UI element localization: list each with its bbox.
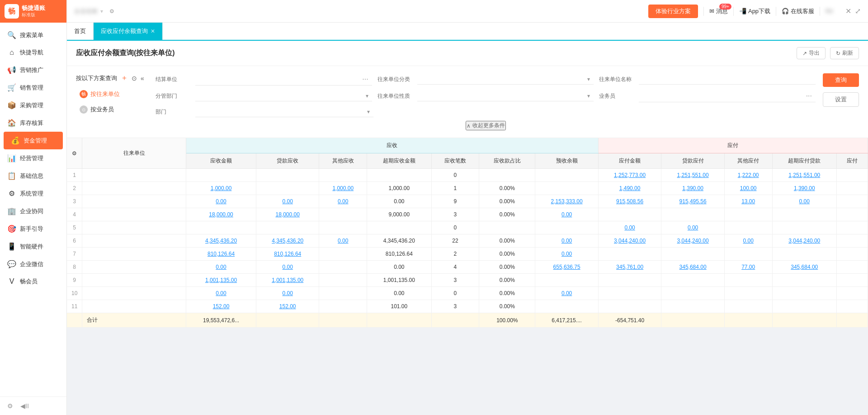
cell-link[interactable]: 0.00 bbox=[561, 238, 572, 244]
cell-link[interactable]: 4,345,436.20 bbox=[205, 238, 237, 244]
settlement-unit-dots[interactable]: ··· bbox=[362, 75, 368, 83]
filter-collapse-button[interactable]: « bbox=[141, 75, 144, 82]
cell-link[interactable]: 152.00 bbox=[279, 303, 296, 310]
cell-link[interactable]: 1,000.00 bbox=[332, 185, 354, 191]
logo-icon: 畅 bbox=[5, 4, 19, 19]
cell-link[interactable]: 1,390.00 bbox=[794, 185, 815, 191]
sidebar-item-guide[interactable]: 🎯 新手引导 bbox=[0, 220, 66, 238]
filter-settings-button[interactable]: ⊙ bbox=[132, 75, 137, 82]
cell-link[interactable]: 1,001,135.00 bbox=[272, 277, 303, 283]
refresh-button[interactable]: ↻ 刷新 bbox=[830, 47, 859, 59]
sidebar-item-wechat[interactable]: 💬 企业微信 bbox=[0, 255, 66, 273]
cell-link[interactable]: 100.00 bbox=[740, 185, 757, 191]
cell-link[interactable]: 345,761.00 bbox=[616, 264, 643, 270]
cell-link[interactable]: 1,251,551.00 bbox=[788, 172, 820, 178]
cell-link[interactable]: 0.00 bbox=[561, 211, 572, 218]
online-service-button[interactable]: 🎧 在线客服 bbox=[782, 7, 814, 15]
cell-link[interactable]: 1,390.00 bbox=[682, 185, 703, 191]
cell-link[interactable]: 0.00 bbox=[338, 198, 348, 205]
salesman-dots[interactable]: ··· bbox=[806, 92, 812, 100]
salesman-input[interactable]: ··· bbox=[639, 90, 816, 102]
cell-link[interactable]: 1,001,135.00 bbox=[205, 277, 237, 283]
cell-link[interactable]: 0.00 bbox=[743, 238, 754, 244]
cell-link[interactable]: 13.00 bbox=[741, 198, 755, 205]
cell-link[interactable]: 0.00 bbox=[283, 264, 293, 270]
sidebar-item-search[interactable]: 🔍 搜索菜单 bbox=[0, 26, 66, 44]
table-wrapper[interactable]: ⚙ 往来单位 应收 应付 应收金额 贷款应收 其他应收 超期应收金额 应收笔数 … bbox=[67, 138, 868, 328]
dept-manager-select[interactable]: ▾ bbox=[195, 91, 372, 101]
sidebar-item-finance[interactable]: 💰 资金管理 bbox=[4, 132, 63, 149]
dept-select[interactable]: ▾ bbox=[195, 107, 373, 117]
sidebar-item-sales[interactable]: 🛒 销售管理 bbox=[0, 79, 66, 96]
cell-link[interactable]: 77.00 bbox=[741, 264, 755, 270]
cell-link[interactable]: 3,044,240.00 bbox=[677, 238, 709, 244]
sidebar-item-basic[interactable]: 📋 基础信息 bbox=[0, 167, 66, 185]
cell-link[interactable]: 0.00 bbox=[216, 290, 226, 296]
tab-home[interactable]: 首页 bbox=[67, 23, 94, 40]
sidebar-item-member[interactable]: V 畅会员 bbox=[0, 273, 66, 290]
sidebar-item-corp[interactable]: 🏢 企业协同 bbox=[0, 202, 66, 220]
cell-link[interactable]: 0.00 bbox=[624, 224, 635, 231]
user-name[interactable]: Rit bbox=[826, 8, 833, 14]
cell-link[interactable]: 1,251,551.00 bbox=[677, 172, 709, 178]
cell-link[interactable]: 0.00 bbox=[799, 198, 810, 205]
table-cell bbox=[836, 195, 868, 208]
sidebar-item-quicknav[interactable]: ⌂ 快捷导航 bbox=[0, 44, 66, 61]
partner-name-input[interactable] bbox=[639, 74, 816, 85]
gear-btn[interactable]: ⚙ bbox=[109, 8, 114, 14]
cell-link[interactable]: 18,000.00 bbox=[209, 211, 233, 218]
tab-ar-ap[interactable]: 应收应付余额查询 ✕ bbox=[94, 23, 163, 40]
cell-link[interactable]: 0.00 bbox=[338, 238, 348, 244]
close-window-button[interactable]: ✕ bbox=[845, 7, 851, 15]
cell-link[interactable]: 655,636.75 bbox=[553, 264, 580, 270]
query-button[interactable]: 查询 bbox=[823, 73, 859, 87]
settlement-unit-input[interactable]: ··· bbox=[195, 73, 372, 86]
settings-footer-icon[interactable]: ⚙ bbox=[7, 402, 13, 410]
cell-link[interactable]: 3,044,240.00 bbox=[788, 238, 820, 244]
cell-link[interactable]: 0.00 bbox=[561, 251, 572, 257]
cell-link[interactable]: 1,000.00 bbox=[211, 185, 232, 191]
cell-link[interactable]: 810,126.64 bbox=[274, 251, 301, 257]
cell-link[interactable]: 915,495.56 bbox=[679, 198, 707, 205]
cell-link[interactable]: 1,490.00 bbox=[619, 185, 641, 191]
cell-link[interactable]: 1,252,773.00 bbox=[614, 172, 646, 178]
cell-link[interactable]: 0.00 bbox=[283, 290, 293, 296]
cell-link[interactable]: 810,126.64 bbox=[208, 251, 235, 257]
cell-link[interactable]: 0.00 bbox=[216, 198, 226, 205]
settings-button[interactable]: 设置 bbox=[823, 92, 859, 107]
tab-close-button[interactable]: ✕ bbox=[151, 28, 155, 34]
cell-link[interactable]: 18,000.00 bbox=[276, 211, 300, 218]
partner-category-select[interactable]: ▾ bbox=[417, 74, 594, 85]
sidebar-item-management[interactable]: 📊 经营管理 bbox=[0, 149, 66, 167]
scheme-by-salesman[interactable]: ⊙ 按业务员 bbox=[76, 104, 123, 115]
cell-link[interactable]: 345,684.00 bbox=[791, 264, 818, 270]
maximize-window-button[interactable]: ⤢ bbox=[855, 7, 861, 15]
cell-link[interactable]: 915,508.56 bbox=[616, 198, 643, 205]
divider2 bbox=[733, 7, 734, 16]
sidebar-item-system[interactable]: ⚙ 系统管理 bbox=[0, 185, 66, 202]
message-button[interactable]: ✉ 消息 99+ bbox=[709, 7, 728, 15]
cell-link[interactable]: 1,222.00 bbox=[738, 172, 759, 178]
cell-link[interactable]: 4,345,436.20 bbox=[272, 238, 303, 244]
sidebar-item-purchase[interactable]: 📦 采购管理 bbox=[0, 96, 66, 114]
partner-nature-select[interactable]: ▾ bbox=[417, 91, 594, 101]
sidebar-item-hardware[interactable]: 📱 智能硬件 bbox=[0, 238, 66, 255]
cell-link[interactable]: 345,684.00 bbox=[679, 264, 707, 270]
cell-link[interactable]: 0.00 bbox=[216, 264, 226, 270]
collapse-footer-icon[interactable]: ◀II bbox=[20, 402, 29, 410]
collapse-more-button[interactable]: ∧ 收起更多条件 bbox=[466, 121, 506, 130]
cell-link[interactable]: 152.00 bbox=[213, 303, 230, 310]
sidebar-item-inventory[interactable]: 🏠 库存核算 bbox=[0, 114, 66, 132]
cell-link[interactable]: 3,044,240.00 bbox=[614, 238, 646, 244]
cell-link[interactable]: 0.00 bbox=[561, 290, 572, 296]
table-cell: 1,001,135.00 bbox=[367, 274, 431, 287]
sidebar-item-marketing[interactable]: 📢 营销推广 bbox=[0, 61, 66, 79]
filter-add-button[interactable]: ＋ bbox=[121, 73, 128, 83]
export-button[interactable]: ↗ 导出 bbox=[797, 47, 826, 59]
scheme-by-partner[interactable]: 畅 按往来单位 bbox=[76, 88, 123, 100]
cell-link[interactable]: 2,153,333.00 bbox=[551, 198, 583, 205]
app-download-button[interactable]: 📲 App下载 bbox=[739, 7, 770, 15]
solution-button[interactable]: 体验行业方案 bbox=[648, 5, 698, 18]
cell-link[interactable]: 0.00 bbox=[688, 224, 698, 231]
cell-link[interactable]: 0.00 bbox=[283, 198, 293, 205]
